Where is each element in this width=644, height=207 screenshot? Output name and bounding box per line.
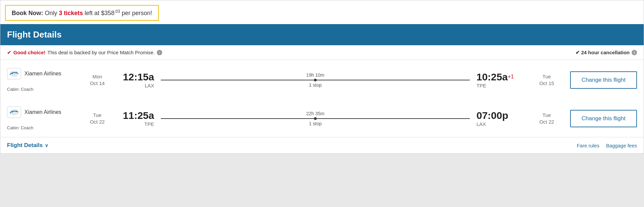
flight-path-2: 22h 35m 1 stop bbox=[154, 111, 476, 126]
good-choice-bar: ✔ Good choice! This deal is backed by ou… bbox=[0, 45, 644, 60]
arrive-date-2: Tue Oct 22 bbox=[530, 112, 563, 125]
flight-row-1: Xiamen Airlines Cabin: Coach Mon Oct 14 … bbox=[0, 60, 644, 98]
arrive-airport-2: LAX bbox=[476, 121, 530, 127]
path-bar-2 bbox=[161, 118, 470, 119]
good-choice-left: ✔ Good choice! This deal is backed by ou… bbox=[7, 49, 162, 56]
depart-time-big-1: 12:15a bbox=[114, 71, 154, 83]
depart-time-big-2: 11:25a bbox=[114, 110, 154, 121]
path-line-2 bbox=[161, 118, 470, 119]
book-now-banner: Book Now: Only 3 tickets left at $358.03… bbox=[5, 5, 159, 21]
path-dot-2 bbox=[314, 117, 317, 120]
path-bar-1 bbox=[161, 80, 470, 80]
arrive-time-big-1: 10:25a bbox=[476, 71, 508, 82]
arrive-airport-1: TPE bbox=[476, 83, 530, 88]
depart-date-line1-1: Mon bbox=[81, 73, 114, 80]
per-person-text: per person! bbox=[122, 10, 152, 16]
cancellation-text: ✔ 24 hour cancellation bbox=[575, 50, 630, 56]
arrive-time-1: 10:25a+1 TPE bbox=[476, 71, 530, 88]
fare-rules-link[interactable]: Fare rules bbox=[577, 143, 600, 148]
airline-name-1: Xiamen Airlines bbox=[24, 71, 61, 77]
path-dot-1 bbox=[314, 79, 317, 81]
arrive-date-line1-1: Tue bbox=[530, 73, 563, 80]
good-choice-checkmark: ✔ bbox=[7, 49, 11, 56]
header-title: Flight Details bbox=[7, 29, 62, 40]
arrive-date-1: Tue Oct 15 bbox=[530, 73, 563, 86]
price-superscript: .03 bbox=[114, 9, 120, 14]
arrive-date-line2-1: Oct 15 bbox=[530, 80, 563, 87]
good-choice-description: This deal is backed by our Price Match P… bbox=[47, 50, 155, 55]
duration-1: 19h 10m bbox=[306, 72, 324, 78]
arrive-time-2: 07:00p LAX bbox=[476, 110, 530, 127]
depart-airport-1: LAX bbox=[114, 83, 154, 88]
cabin-text-2: Cabin: Coach bbox=[7, 125, 33, 130]
depart-date-line2-1: Oct 14 bbox=[81, 80, 114, 87]
good-choice-label: Good choice! bbox=[13, 50, 45, 55]
duration-2: 22h 35m bbox=[306, 111, 324, 116]
arrive-plus-1: +1 bbox=[508, 74, 514, 79]
path-line-1 bbox=[161, 80, 470, 80]
flight-details-link[interactable]: Flight Details ∨ bbox=[7, 142, 48, 149]
depart-time-2: 11:25a TPE bbox=[114, 110, 154, 127]
flight-details-link-label: Flight Details bbox=[7, 142, 43, 149]
promise-info-icon[interactable]: i bbox=[157, 50, 162, 55]
cancellation-info-icon[interactable]: i bbox=[632, 50, 637, 55]
good-choice-right: ✔ 24 hour cancellation i bbox=[575, 50, 637, 56]
depart-date-line1-2: Tue bbox=[81, 112, 114, 119]
baggage-fees-link[interactable]: Baggage fees bbox=[606, 143, 637, 148]
flight-row-2: Xiamen Airlines Cabin: Coach Tue Oct 22 … bbox=[0, 98, 644, 137]
chevron-down-icon: ∨ bbox=[45, 143, 48, 148]
depart-airport-2: TPE bbox=[114, 121, 154, 127]
flight-path-1: 19h 10m 1 stop bbox=[154, 72, 476, 88]
airline-name-2: Xiamen Airlines bbox=[24, 109, 61, 115]
airline-logo-svg-2 bbox=[9, 109, 19, 116]
footer-bar: Flight Details ∨ Fare rules Baggage fees bbox=[0, 137, 644, 153]
arrive-time-big-2: 07:00p bbox=[476, 110, 508, 121]
airline-logo-name-2: Xiamen Airlines bbox=[7, 107, 61, 118]
depart-date-line2-2: Oct 22 bbox=[81, 119, 114, 125]
flight-row-2-content: Xiamen Airlines Cabin: Coach Tue Oct 22 … bbox=[0, 98, 644, 134]
airline-logo-svg-1 bbox=[9, 70, 19, 77]
change-flight-button-2[interactable]: Change this flight bbox=[570, 110, 637, 127]
book-now-label: Book Now: bbox=[12, 10, 43, 16]
arrive-date-line2-2: Oct 22 bbox=[530, 119, 563, 125]
stops-1: 1 stop bbox=[309, 82, 322, 88]
arrive-date-line1-2: Tue bbox=[530, 112, 563, 119]
flight-row-1-content: Xiamen Airlines Cabin: Coach Mon Oct 14 … bbox=[0, 60, 644, 95]
airline-info-2: Xiamen Airlines Cabin: Coach bbox=[7, 107, 81, 130]
price-text: left at $358 bbox=[85, 10, 114, 16]
airline-logo-1 bbox=[7, 68, 21, 79]
depart-time-1: 12:15a LAX bbox=[114, 71, 154, 88]
urgency-text: Only bbox=[45, 10, 57, 16]
cabin-text-1: Cabin: Coach bbox=[7, 87, 33, 92]
depart-date-2: Tue Oct 22 bbox=[81, 112, 114, 125]
footer-links: Fare rules Baggage fees bbox=[577, 143, 637, 148]
depart-date-1: Mon Oct 14 bbox=[81, 73, 114, 86]
flight-details-header: Flight Details bbox=[0, 24, 644, 45]
airline-info-1: Xiamen Airlines Cabin: Coach bbox=[7, 68, 81, 92]
airline-logo-2 bbox=[7, 107, 21, 118]
tickets-count: 3 tickets bbox=[59, 10, 83, 16]
change-flight-button-1[interactable]: Change this flight bbox=[570, 71, 637, 89]
airline-logo-name-1: Xiamen Airlines bbox=[7, 68, 61, 79]
main-container: Book Now: Only 3 tickets left at $358.03… bbox=[0, 0, 644, 154]
stops-2: 1 stop bbox=[309, 121, 322, 126]
